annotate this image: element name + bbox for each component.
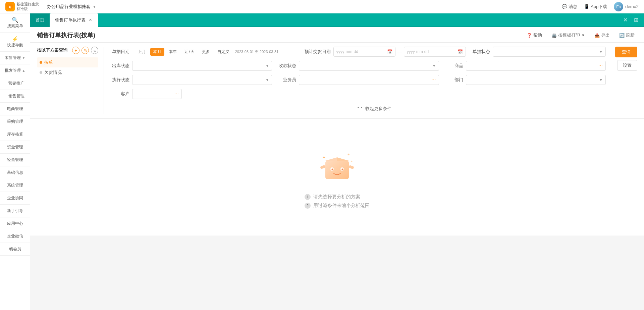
date-to-input[interactable]: yyyy-mm-dd 📅 — [404, 47, 466, 57]
payment-status-field: 收款状态 ▼ — [277, 61, 439, 71]
empty-state-illustration: ✦ ✦ ✦ — [317, 146, 357, 186]
empty-state: ✦ ✦ ✦ 1 请先选择要分析的方案 2 用过滤条件来缩小分析范围 — [30, 119, 644, 236]
svg-point-5 — [332, 169, 333, 170]
empty-tip-2: 2 用过滤条件来缩小分析范围 — [305, 203, 370, 209]
help-icon: ❓ — [527, 33, 532, 38]
print-dropdown-icon: ▼ — [581, 33, 585, 37]
sidebar-item-enterprise[interactable]: 企业协同 — [0, 192, 30, 205]
sidebar-item-quicknav[interactable]: ⚡ 快捷导航 — [0, 33, 30, 52]
page-title: 销售订单执行表(按单) — [37, 31, 95, 39]
sidebar-item-sales[interactable]: 销售管理 — [0, 90, 30, 103]
sidebar-item-purchase[interactable]: 采购管理 — [0, 115, 30, 128]
sidebar-item-marketing[interactable]: 营销推广 — [0, 77, 30, 90]
out-status-field: 出库状态 ▼ — [111, 61, 272, 71]
tip-text-1: 请先选择要分析的方案 — [313, 194, 360, 200]
sidebar-item-newbie[interactable]: 新手引导 — [0, 205, 30, 217]
date-separator: — — [397, 49, 402, 54]
department-label: 部门 — [444, 77, 463, 83]
sidebar-item-system[interactable]: 系统管理 — [0, 179, 30, 192]
salesperson-label: 业务员 — [277, 77, 296, 83]
scheme-active-dot — [40, 61, 42, 64]
exec-status-field: 执行状态 ▼ — [111, 75, 272, 85]
order-status-field: 单据状态 ▼ — [471, 47, 606, 57]
empty-tip-1: 1 请先选择要分析的方案 — [305, 194, 360, 200]
filter-area: 按以下方案查询 + ✎ « 按单 — [30, 43, 644, 119]
query-settings-buttons: 查询 设置 — [615, 47, 637, 71]
date-quick-this-year[interactable]: 本年 — [166, 48, 180, 56]
sidebar-item-retail[interactable]: 零售管理 ▼ — [0, 52, 30, 64]
tab-sales-order-exec[interactable]: 销售订单执行表 ✕ — [50, 13, 98, 27]
scheme-item-by-order[interactable]: 按单 — [37, 57, 98, 67]
query-button[interactable]: 查询 — [615, 47, 637, 57]
expected-delivery-label: 预计交货日期 — [305, 49, 331, 55]
app-download-button[interactable]: 📱 App下载 — [584, 4, 607, 10]
refresh-button[interactable]: 🔄 刷新 — [616, 31, 637, 40]
add-scheme-button[interactable]: + — [72, 47, 79, 54]
date-quick-last-month[interactable]: 上月 — [135, 48, 149, 56]
date-quick-custom[interactable]: 自定义 — [214, 48, 232, 56]
out-status-select[interactable]: ▼ — [132, 61, 272, 71]
header-right: 💬 消息 📱 App下载 Ea demo2 — [562, 2, 639, 11]
payment-status-dropdown-icon: ▼ — [432, 64, 436, 68]
order-status-select[interactable]: ▼ — [493, 47, 606, 57]
sidebar: 🔍 搜索菜单 ⚡ 快捷导航 零售管理 ▼ 批发管理 ▲ 营销推广 销售管理 电商… — [0, 13, 30, 310]
product-label: 商品 — [444, 63, 463, 69]
tab-close-window-button[interactable]: ✕ — [621, 16, 629, 24]
calendar-to-icon: 📅 — [458, 49, 463, 54]
help-button[interactable]: ❓ 帮助 — [524, 31, 545, 40]
sidebar-item-wholesale[interactable]: 批发管理 ▲ — [0, 64, 30, 77]
filter-row-2: 出库状态 ▼ 收款状态 — [111, 61, 606, 71]
filter-row-4: 客户 ··· — [111, 89, 606, 99]
logo-area: 好 畅捷通好生意 标准版 — [5, 2, 39, 11]
filter-left-panel: 按以下方案查询 + ✎ « 按单 — [37, 47, 104, 114]
sidebar-item-wechat[interactable]: 企业微信 — [0, 230, 30, 243]
customer-select[interactable]: ··· — [132, 89, 182, 99]
date-from-input[interactable]: yyyy-mm-dd 📅 — [333, 47, 395, 57]
svg-point-6 — [342, 169, 343, 170]
breadcrumb[interactable]: 办公用品行业模拟账套 ▼ — [47, 4, 96, 10]
edit-scheme-button[interactable]: ✎ — [82, 47, 89, 54]
filter-left-title: 按以下方案查询 — [37, 47, 67, 53]
department-select[interactable]: ▼ — [466, 75, 606, 85]
tab-close-button[interactable]: ✕ — [88, 17, 93, 23]
sidebar-item-ecommerce[interactable]: 电商管理 — [0, 103, 30, 115]
collapse-more-filters-button[interactable]: ⌃⌃ 收起更多条件 — [111, 103, 637, 114]
sidebar-item-finance[interactable]: 资金管理 — [0, 141, 30, 154]
sidebar-item-member[interactable]: 畅会员 — [0, 243, 30, 256]
date-quick-more[interactable]: 更多 — [199, 48, 213, 56]
tab-bar-actions: ✕ ⊞ — [621, 16, 644, 24]
tab-bar: 首页 销售订单执行表 ✕ ✕ ⊞ — [30, 13, 644, 27]
sidebar-item-search[interactable]: 🔍 搜索菜单 — [0, 13, 30, 33]
message-button[interactable]: 💬 消息 — [562, 4, 577, 10]
svg-text:✦: ✦ — [351, 160, 353, 163]
collapse-scheme-button[interactable]: « — [91, 47, 98, 54]
sidebar-item-basic[interactable]: 基础信息 — [0, 166, 30, 179]
tab-home[interactable]: 首页 — [30, 13, 50, 27]
export-button[interactable]: 📤 导出 — [592, 31, 612, 40]
out-status-dropdown-icon: ▼ — [265, 64, 269, 68]
filter-left-header: 按以下方案查询 + ✎ « — [37, 47, 98, 54]
tab-expand-button[interactable]: ⊞ — [632, 16, 640, 24]
date-quick-7days[interactable]: 近7天 — [181, 48, 198, 56]
salesperson-select[interactable]: ··· — [299, 75, 439, 85]
app-download-label: App下载 — [591, 4, 607, 10]
message-label: 消息 — [569, 4, 577, 10]
order-status-dropdown-icon: ▼ — [599, 50, 603, 54]
sidebar-item-operation[interactable]: 经营管理 — [0, 154, 30, 166]
sidebar-item-inventory[interactable]: 库存核算 — [0, 128, 30, 141]
message-icon: 💬 — [562, 4, 567, 9]
date-range-display: 2023-03-01 至 2023-03-31 — [235, 49, 279, 54]
tip-num-1: 1 — [305, 194, 311, 200]
sidebar-item-appcenter[interactable]: 应用中心 — [0, 217, 30, 230]
print-button[interactable]: 🖨️ 按模板打印 ▼ — [549, 31, 588, 40]
tip-text-2: 用过滤条件来缩小分析范围 — [313, 203, 370, 209]
settings-button[interactable]: 设置 — [617, 60, 637, 71]
scheme-item-owe-stock[interactable]: 欠货情况 — [37, 67, 98, 78]
payment-status-select[interactable]: ▼ — [299, 61, 439, 71]
exec-status-select[interactable]: ▼ — [132, 75, 272, 85]
payment-status-label: 收款状态 — [277, 63, 296, 69]
product-select[interactable]: ··· — [466, 61, 606, 71]
user-menu[interactable]: Ea demo2 — [614, 2, 639, 11]
chevron-down-icon: ▼ — [22, 56, 25, 60]
date-quick-this-month[interactable]: 本月 — [150, 48, 164, 56]
